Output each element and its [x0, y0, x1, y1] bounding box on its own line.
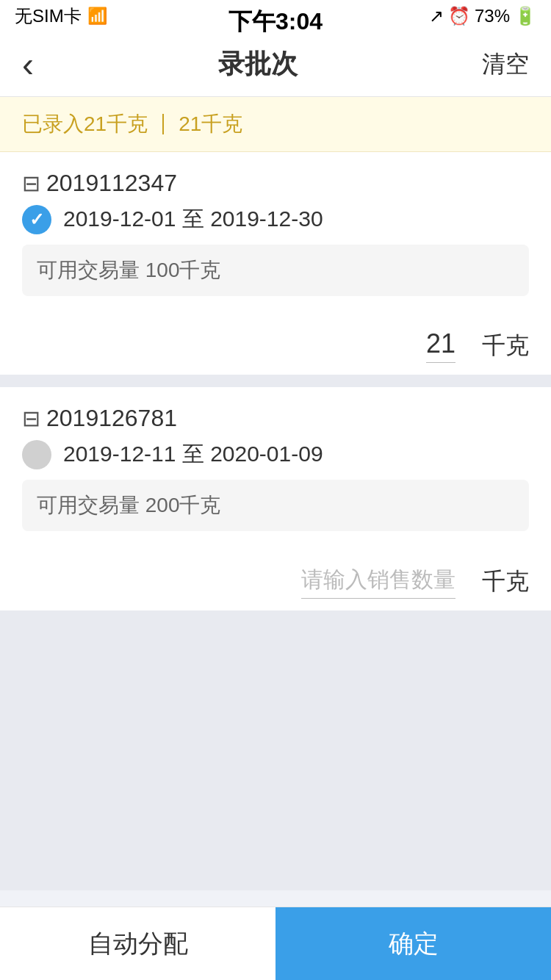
quantity-row-1: 21 千克 [0, 321, 551, 375]
input-quantity-row-2: 请输入销售数量 千克 [0, 556, 551, 611]
batch-date-2: 2019-12-11 至 2020-01-09 [63, 439, 323, 469]
summary-bar: 已录入21千克 21千克 [0, 97, 551, 152]
batch-item-2: ⊟ 2019126781 2019-12-11 至 2020-01-09 可用交… [0, 387, 551, 556]
section-divider [0, 375, 551, 387]
batch-header-1: ⊟ 2019112347 [22, 170, 529, 197]
location-icon: ↗ [429, 6, 444, 26]
alarm-icon: ⏰ [448, 6, 470, 26]
document-icon-1: ⊟ [22, 170, 40, 196]
recorded-label: 已录入21千克 [22, 110, 148, 138]
back-button[interactable]: ‹ [22, 44, 34, 84]
bottom-bar: 自动分配 确定 [0, 907, 551, 980]
batch-date-1: 2019-12-01 至 2019-12-30 [63, 204, 323, 234]
batch-card-2: ⊟ 2019126781 2019-12-11 至 2020-01-09 可用交… [0, 387, 551, 611]
quantity-unit-1: 千克 [482, 330, 529, 362]
batch-availability-1: 可用交易量 100千克 [22, 245, 529, 296]
battery-icon: 🔋 [514, 6, 536, 26]
wifi-icon: 📶 [87, 7, 107, 26]
status-left: 无SIM卡 📶 [15, 4, 107, 28]
batch-availability-2: 可用交易量 200千克 [22, 480, 529, 531]
batch-id-1: 2019112347 [46, 170, 177, 197]
quantity-input-placeholder-2[interactable]: 请输入销售数量 [301, 565, 455, 599]
quantity-unit-2: 千克 [482, 566, 529, 598]
quantity-value-1[interactable]: 21 [426, 328, 455, 363]
batch-date-row-2: 2019-12-11 至 2020-01-09 [22, 439, 529, 469]
batch-checkbox-2[interactable] [22, 440, 51, 469]
document-icon-2: ⊟ [22, 406, 40, 431]
status-right: ↗ ⏰ 73% 🔋 [429, 6, 536, 26]
batch-id-2: 2019126781 [46, 405, 177, 432]
nav-bar: ‹ 录批次 清空 [0, 32, 551, 97]
batch-header-2: ⊟ 2019126781 [22, 405, 529, 432]
summary-divider [162, 114, 164, 134]
clear-button[interactable]: 清空 [482, 48, 529, 81]
status-bar: 无SIM卡 📶 下午3:04 ↗ ⏰ 73% 🔋 [0, 0, 551, 32]
empty-area [0, 611, 551, 890]
no-sim-label: 无SIM卡 [15, 4, 82, 28]
batch-item-1: ⊟ 2019112347 ✓ 2019-12-01 至 2019-12-30 可… [0, 152, 551, 321]
page-title: 录批次 [218, 46, 298, 82]
batch-date-row-1: ✓ 2019-12-01 至 2019-12-30 [22, 204, 529, 234]
check-icon-1: ✓ [29, 209, 44, 230]
battery-label: 73% [475, 6, 510, 26]
status-time: 下午3:04 [228, 6, 323, 38]
batch-card-1: ⊟ 2019112347 ✓ 2019-12-01 至 2019-12-30 可… [0, 152, 551, 375]
batch-checkbox-1[interactable]: ✓ [22, 205, 51, 234]
confirm-button[interactable]: 确定 [276, 907, 551, 980]
auto-distribute-button[interactable]: 自动分配 [0, 907, 276, 980]
summary-amount: 21千克 [179, 110, 242, 138]
